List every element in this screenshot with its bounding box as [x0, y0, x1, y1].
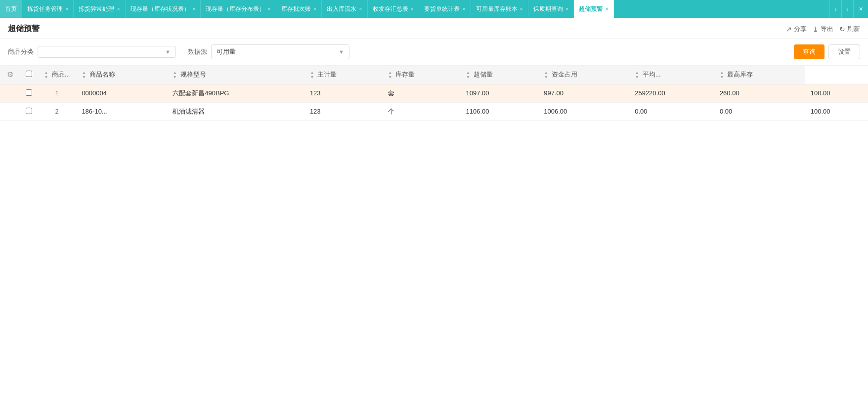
page-actions: ↗ 分享 ⤓ 导出 ↻ 刷新	[786, 25, 860, 34]
close-icon[interactable]: ×	[359, 6, 362, 12]
col-product-name-header[interactable]: ▲▼ 商品名称	[76, 66, 167, 84]
nav-exception[interactable]: 拣货异常处理 ×	[74, 0, 125, 18]
row-avg: 260.00	[714, 84, 805, 102]
sort-icon: ▲▼	[388, 71, 392, 79]
row-product-name: 机油滤清器	[167, 102, 304, 120]
col-checkbox-header	[20, 66, 38, 84]
category-select[interactable]: ▼	[38, 46, 176, 58]
row-gear-cell	[0, 84, 20, 102]
filter-actions: 查询 设置	[794, 44, 860, 59]
share-icon: ↗	[786, 25, 792, 33]
nav-available-stock[interactable]: 可用量库存账本 ×	[471, 0, 528, 18]
nav-arrows: ‹ › ×	[829, 0, 868, 18]
table-row: 2 186-10... 机油滤清器 123 个 1106.00 1006.00 …	[0, 102, 868, 120]
close-icon[interactable]: ×	[192, 6, 195, 12]
chevron-down-icon: ▼	[165, 49, 171, 55]
col-avg-header[interactable]: ▲▼ 平均...	[629, 66, 714, 84]
row-avg: 0.00	[714, 102, 805, 120]
sort-icon: ▲▼	[82, 71, 86, 79]
row-checkbox-cell	[20, 102, 38, 120]
sort-icon: ▲▼	[635, 71, 639, 79]
row-checkbox[interactable]	[26, 89, 32, 96]
export-button[interactable]: ⤓ 导出	[813, 25, 833, 34]
row-product-code: 0000004	[76, 84, 167, 102]
row-stock: 1097.00	[460, 84, 538, 102]
sort-icon: ▲▼	[720, 71, 724, 79]
close-icon[interactable]: ×	[411, 6, 414, 12]
export-icon: ⤓	[813, 25, 819, 33]
nav-home[interactable]: 首页	[0, 0, 22, 18]
col-max-stock-header[interactable]: ▲▼ 最高库存	[714, 66, 805, 84]
page-header: 超储预警 ↗ 分享 ⤓ 导出 ↻ 刷新	[0, 18, 868, 39]
table-container: ⚙ ▲▼ 商品... ▲▼ 商品名称 ▲▼ 规格型号	[0, 66, 868, 121]
nav-prev-arrow[interactable]: ‹	[829, 0, 841, 18]
settings-button[interactable]: 设置	[828, 44, 860, 59]
row-index: 1	[38, 84, 76, 102]
share-button[interactable]: ↗ 分享	[786, 25, 807, 34]
col-unit-header[interactable]: ▲▼ 主计量	[304, 66, 382, 84]
category-label: 商品分类	[8, 47, 34, 56]
nav-shelf-life[interactable]: 保质期查询 ×	[528, 0, 574, 18]
col-stock-header[interactable]: ▲▼ 库存量	[382, 66, 460, 84]
close-icon[interactable]: ×	[65, 6, 68, 12]
sort-icon: ▲▼	[466, 71, 470, 79]
datasource-filter: 数据源 可用量 ▼	[188, 44, 349, 59]
row-overstock: 997.00	[538, 84, 629, 102]
nav-stock-dist[interactable]: 现存量（库存分布表） ×	[201, 0, 276, 18]
page-title: 超储预警	[8, 24, 40, 34]
nav-close-all[interactable]: ×	[853, 0, 868, 18]
col-capital-header[interactable]: ▲▼ 资金占用	[538, 66, 629, 84]
row-capital: 0.00	[629, 102, 714, 120]
close-icon[interactable]: ×	[117, 6, 120, 12]
nav-overstock[interactable]: 超储预警 ×	[574, 0, 613, 18]
row-stock: 1106.00	[460, 102, 538, 120]
close-icon[interactable]: ×	[520, 6, 523, 12]
row-capital: 259220.00	[629, 84, 714, 102]
close-icon[interactable]: ×	[313, 6, 316, 12]
close-icon[interactable]: ×	[462, 6, 465, 12]
nav-inout-flow[interactable]: 出入库流水 ×	[322, 0, 367, 18]
close-icon[interactable]: ×	[605, 6, 608, 12]
sort-icon: ▲▼	[310, 71, 314, 79]
nav-next-arrow[interactable]: ›	[841, 0, 853, 18]
nav-stock-status[interactable]: 现存量（库存状况表） ×	[126, 0, 201, 18]
close-icon[interactable]: ×	[267, 6, 270, 12]
category-filter: 商品分类 ▼	[8, 46, 176, 58]
gear-icon[interactable]: ⚙	[7, 70, 13, 79]
row-spec: 123	[304, 102, 382, 120]
table-row: 1 0000004 六配套新昌490BPG 123 套 1097.00 997.…	[0, 84, 868, 102]
row-checkbox[interactable]	[26, 108, 32, 114]
sort-icon: ▲▼	[173, 71, 177, 79]
col-product-code-header[interactable]: ▲▼ 商品...	[38, 66, 76, 84]
filter-row: 商品分类 ▼ 数据源 可用量 ▼ 查询 设置	[0, 39, 868, 66]
table-body: 1 0000004 六配套新昌490BPG 123 套 1097.00 997.…	[0, 84, 868, 120]
nav-order-stats[interactable]: 要货单统计表 ×	[419, 0, 471, 18]
row-product-name: 六配套新昌490BPG	[167, 84, 304, 102]
row-max-stock: 100.00	[805, 102, 868, 120]
select-all-checkbox[interactable]	[26, 71, 32, 77]
nav-summary[interactable]: 收发存汇总表 ×	[368, 0, 419, 18]
nav-batch-account[interactable]: 库存批次账 ×	[276, 0, 322, 18]
datasource-label: 数据源	[188, 47, 207, 56]
table-header-row: ⚙ ▲▼ 商品... ▲▼ 商品名称 ▲▼ 规格型号	[0, 66, 868, 84]
row-unit: 个	[382, 102, 460, 120]
row-gear-cell	[0, 102, 20, 120]
row-max-stock: 100.00	[805, 84, 868, 102]
close-icon[interactable]: ×	[565, 6, 568, 12]
query-button[interactable]: 查询	[794, 44, 825, 59]
nav-task-mgmt[interactable]: 拣货任务管理 ×	[22, 0, 74, 18]
row-checkbox-cell	[20, 84, 38, 102]
data-table: ⚙ ▲▼ 商品... ▲▼ 商品名称 ▲▼ 规格型号	[0, 66, 868, 121]
col-gear: ⚙	[0, 66, 20, 84]
refresh-button[interactable]: ↻ 刷新	[839, 25, 860, 34]
chevron-down-icon: ▼	[339, 49, 344, 55]
datasource-select[interactable]: 可用量 ▼	[211, 44, 349, 59]
col-spec-header[interactable]: ▲▼ 规格型号	[167, 66, 304, 84]
datasource-select-value: 可用量	[217, 47, 236, 56]
main-content: 超储预警 ↗ 分享 ⤓ 导出 ↻ 刷新 商品分类 ▼ 数据源	[0, 18, 868, 395]
refresh-icon: ↻	[839, 25, 845, 33]
col-overstock-header[interactable]: ▲▼ 超储量	[460, 66, 538, 84]
row-spec: 123	[304, 84, 382, 102]
row-overstock: 1006.00	[538, 102, 629, 120]
top-nav: 首页 拣货任务管理 × 拣货异常处理 × 现存量（库存状况表） × 现存量（库存…	[0, 0, 868, 18]
